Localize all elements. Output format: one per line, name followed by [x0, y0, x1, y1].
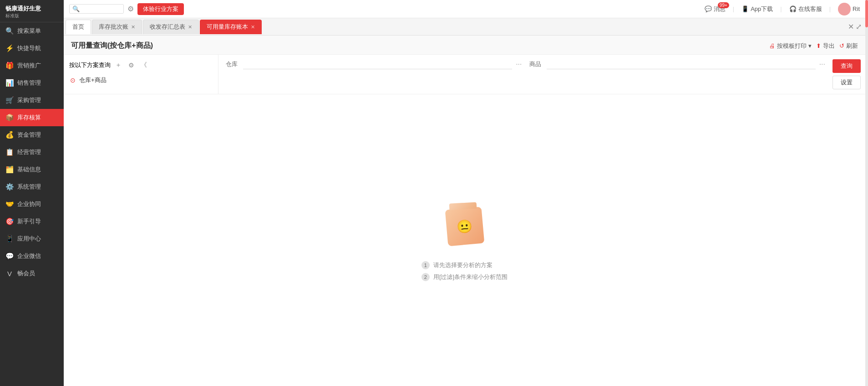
app-download-button[interactable]: 📱 App下载	[741, 5, 773, 13]
industry-button[interactable]: 体验行业方案	[137, 3, 184, 15]
sidebar-label-basic: 基础信息	[17, 165, 41, 174]
hint-text-1: 请先选择要分析的方案	[433, 261, 492, 269]
warehouse-dots-button[interactable]: ···	[516, 60, 522, 68]
sidebar-label-operation: 经营管理	[17, 148, 41, 156]
filter-row: 仓库 ··· 商品 ···	[226, 59, 825, 69]
tab-summary-close[interactable]: ✕	[188, 24, 192, 30]
sidebar-item-corp[interactable]: 🤝 企业协同	[0, 196, 64, 213]
action-panel: 查询 设置	[832, 55, 865, 94]
mobile-icon: 📱	[741, 5, 749, 12]
warehouse-input[interactable]	[243, 59, 512, 69]
collapse-scheme-button[interactable]: 《	[139, 60, 149, 70]
page-title: 可用量查询(按仓库+商品)	[71, 41, 769, 51]
print-button[interactable]: 🖨 按模板打印 ▾	[769, 42, 812, 50]
scrollbar-thumb[interactable]	[865, 0, 868, 27]
product-dots-button[interactable]: ···	[819, 60, 825, 68]
hint-num-2: 2	[421, 273, 430, 281]
sidebar-item-operation[interactable]: 📋 经营管理	[0, 144, 64, 161]
username-label: Rit	[853, 5, 860, 12]
tab-available-close[interactable]: ✕	[251, 24, 255, 30]
chevron-down-icon: ▾	[808, 42, 812, 49]
sidebar-label-sales: 销售管理	[17, 79, 41, 87]
sidebar-item-weixin[interactable]: 💬 企业微信	[0, 247, 64, 265]
sidebar-icon-sales: 📊	[5, 79, 14, 87]
message-button[interactable]: 💬 消息 99+	[705, 5, 726, 13]
app-download-label: App下载	[751, 5, 773, 13]
topbar-search-box[interactable]: 🔍	[69, 4, 124, 14]
sidebar-icon-search: 🔍	[5, 27, 14, 35]
empty-box: 😐	[445, 207, 484, 247]
export-button[interactable]: ⬆ 导出	[816, 42, 835, 50]
sidebar-label-corp: 企业协同	[17, 200, 41, 208]
tab-home[interactable]: 首页	[66, 20, 91, 34]
product-input[interactable]	[547, 59, 816, 69]
sidebar-icon-inventory: 📦	[5, 113, 14, 122]
refresh-button[interactable]: ↺ 刷新	[839, 42, 858, 50]
user-menu[interactable]: Rit	[838, 3, 860, 15]
sidebar-item-basic[interactable]: 🗂️ 基础信息	[0, 161, 64, 178]
separator2: |	[780, 5, 782, 12]
sidebar-item-finance[interactable]: 💰 资金管理	[0, 126, 64, 144]
sidebar-item-system[interactable]: ⚙️ 系统管理	[0, 178, 64, 196]
page-content: 可用量查询(按仓库+商品) 🖨 按模板打印 ▾ ⬆ 导出 ↺ 刷新	[64, 36, 865, 386]
settings-scheme-button[interactable]: ⚙	[126, 60, 136, 70]
product-label: 商品	[529, 60, 543, 68]
page-header: 可用量查询(按仓库+商品) 🖨 按模板打印 ▾ ⬆ 导出 ↺ 刷新	[64, 36, 865, 55]
print-icon: 🖨	[769, 42, 775, 49]
search-icon: 🔍	[72, 5, 80, 12]
add-scheme-button[interactable]: ＋	[113, 60, 123, 70]
tab-batch[interactable]: 库存批次账 ✕	[92, 20, 142, 34]
sidebar-item-app[interactable]: 📱 应用中心	[0, 230, 64, 247]
page-actions: 🖨 按模板打印 ▾ ⬆ 导出 ↺ 刷新	[769, 42, 858, 50]
refresh-icon: ↺	[839, 42, 844, 49]
logo-sub: 标准版	[5, 13, 58, 19]
tab-batch-close[interactable]: ✕	[131, 24, 135, 30]
sidebar-icon-shortcut: ⚡	[5, 44, 14, 52]
separator3: |	[829, 5, 831, 12]
sidebar-item-inventory[interactable]: 📦 库存核算	[0, 109, 64, 126]
sidebar-item-search[interactable]: 🔍 搜索菜单	[0, 22, 64, 40]
sidebar-label-app: 应用中心	[17, 235, 41, 243]
export-icon: ⬆	[816, 42, 821, 49]
scheme-item-icon: ⊙	[70, 77, 76, 84]
scheme-panel: 按以下方案查询 ＋ ⚙ 《 ⊙ 仓库+商品	[64, 55, 218, 94]
online-service-label: 在线客服	[798, 5, 822, 13]
scheme-header: 按以下方案查询 ＋ ⚙ 《	[64, 58, 218, 73]
scheme-item-warehouse[interactable]: ⊙ 仓库+商品	[64, 73, 218, 87]
sidebar-icon-marketing: 🎁	[5, 62, 14, 70]
avatar	[838, 3, 851, 15]
search-input[interactable]	[81, 6, 118, 12]
tab-expand-button[interactable]: ⤢	[856, 22, 862, 31]
topbar: 🔍 ⚙ 体验行业方案 💬 消息 99+ | 📱 App下载 | 🎧	[64, 0, 865, 18]
sidebar-label-system: 系统管理	[17, 183, 41, 191]
main-area: 🔍 ⚙ 体验行业方案 💬 消息 99+ | 📱 App下载 | 🎧	[64, 0, 865, 386]
print-label: 按模板打印	[777, 42, 807, 50]
sidebar-icon-purchase: 🛒	[5, 96, 14, 104]
sidebar-item-marketing[interactable]: 🎁 营销推广	[0, 57, 64, 74]
sidebar-item-guide[interactable]: 🎯 新手引导	[0, 213, 64, 230]
sidebar-label-vip: 畅会员	[17, 269, 35, 278]
empty-hint-1: 1 请先选择要分析的方案	[421, 261, 508, 269]
tab-close-button[interactable]: ✕	[848, 22, 854, 31]
service-icon: 🎧	[789, 5, 797, 12]
empty-hints: 1 请先选择要分析的方案 2 用[过滤]条件来缩小分析范围	[421, 261, 508, 281]
sidebar-icon-corp: 🤝	[5, 200, 14, 208]
sidebar-item-vip[interactable]: V 畅会员	[0, 265, 64, 282]
tab-available[interactable]: 可用量库存账本 ✕	[200, 20, 262, 34]
settings-button[interactable]: 设置	[832, 76, 861, 89]
sidebar-item-purchase[interactable]: 🛒 采购管理	[0, 92, 64, 109]
sidebar-icon-weixin: 💬	[5, 252, 14, 260]
gear-icon[interactable]: ⚙	[127, 5, 134, 13]
home-tab-label: 首页	[72, 23, 84, 31]
sidebar-label-weixin: 企业微信	[17, 252, 41, 260]
sidebar-icon-system: ⚙️	[5, 183, 14, 191]
tab-summary[interactable]: 收发存汇总表 ✕	[143, 20, 199, 34]
sidebar-item-shortcut[interactable]: ⚡ 快捷导航	[0, 40, 64, 57]
sidebar-label-search: 搜索菜单	[17, 27, 41, 35]
query-button[interactable]: 查询	[832, 59, 861, 73]
export-label: 导出	[823, 42, 835, 50]
online-service-button[interactable]: 🎧 在线客服	[789, 5, 822, 13]
right-scrollbar[interactable]	[865, 0, 868, 386]
sidebar-item-sales[interactable]: 📊 销售管理	[0, 74, 64, 92]
warehouse-field: 仓库 ···	[226, 59, 522, 69]
